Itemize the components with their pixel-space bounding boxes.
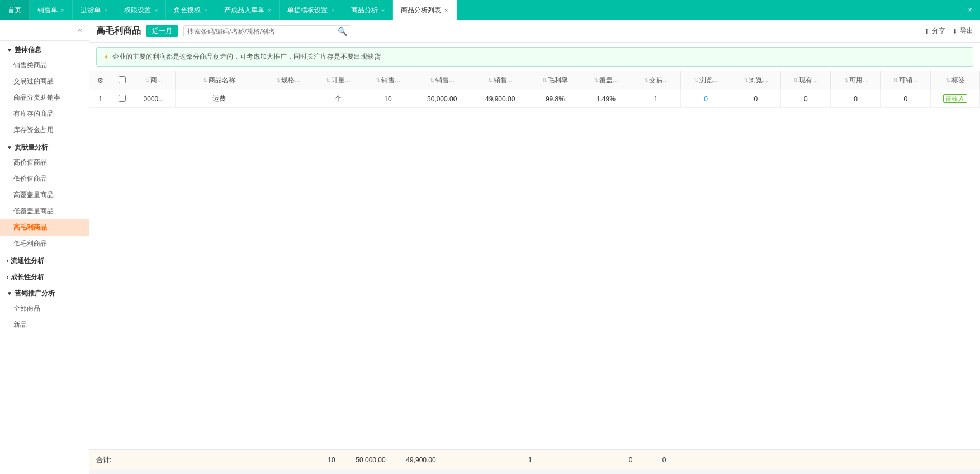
footer-spacer-6 [295, 456, 318, 464]
header-actions: ⬆ 分享 ⬇ 导出 [924, 26, 973, 36]
col-stock-available[interactable]: ⇅可用... [831, 71, 880, 90]
col-margin-rate[interactable]: ⇅毛利率 [529, 71, 581, 90]
col-stock-sellable[interactable]: ⇅可销... [880, 71, 930, 90]
sidebar-collapse-btn[interactable]: « [75, 24, 84, 37]
close-sales-tab[interactable]: × [61, 7, 64, 13]
expand-arrow-liquidity: › [7, 258, 8, 264]
close-template-tab[interactable]: × [331, 7, 334, 13]
sidebar-item-in-stock[interactable]: 有库存的商品 [0, 106, 89, 122]
share-icon: ⬆ [924, 27, 930, 35]
col-settings[interactable]: ⚙ [89, 71, 112, 90]
sidebar-group-contribution[interactable]: ▼ 贡献量分析 [0, 138, 89, 154]
cell-views1[interactable]: 0 [681, 90, 731, 108]
footer-coverage-spacer [480, 456, 513, 464]
share-button[interactable]: ⬆ 分享 [924, 26, 945, 36]
export-button[interactable]: ⬇ 导出 [952, 26, 973, 36]
sidebar-item-traded-goods[interactable]: 交易过的商品 [0, 73, 89, 90]
footer-stock-available: 0 [647, 456, 681, 464]
sidebar-item-low-coverage[interactable]: 低覆盖量商品 [0, 203, 89, 219]
info-star-icon: ✦ [103, 53, 109, 61]
sidebar-item-sales-goods[interactable]: 销售类商品 [0, 57, 89, 73]
expand-arrow-overview: ▼ [7, 47, 12, 53]
footer-stock-current: 0 [614, 456, 647, 464]
sidebar-item-low-value[interactable]: 低价值商品 [0, 171, 89, 187]
select-all-checkbox[interactable] [119, 76, 126, 83]
sidebar-item-category-rate[interactable]: 商品分类助销率 [0, 90, 89, 106]
nav-item-roles[interactable]: 角色授权 × [166, 0, 216, 20]
cell-transactions: 1 [631, 90, 681, 108]
table-row: 1 0000... 运费 个 10 50,000.00 49,900.00 99… [89, 90, 980, 108]
search-input[interactable] [187, 27, 338, 35]
cell-stock-current: 0 [781, 90, 831, 108]
close-product-analysis-list-tab[interactable]: × [444, 7, 448, 13]
col-sales-amt[interactable]: ⇅销售... [413, 71, 471, 90]
close-roles-tab[interactable]: × [204, 7, 207, 13]
nav-item-product-entry[interactable]: 产成品入库单 × [216, 0, 280, 20]
sidebar-group-overview[interactable]: ▼ 整体信息 [0, 41, 89, 57]
close-permissions-tab[interactable]: × [154, 7, 158, 13]
sidebar-item-low-margin[interactable]: 低毛利商品 [0, 236, 89, 252]
cell-code: 0000... [132, 90, 176, 108]
col-stock-current[interactable]: ⇅现有... [781, 71, 831, 90]
footer-spacer-5 [262, 456, 295, 464]
footer-values: 10 50,000.00 49,900.00 1 0 0 [130, 456, 681, 464]
time-filter-button[interactable]: 近一月 [146, 25, 178, 37]
col-transactions[interactable]: ⇅交易... [631, 71, 681, 90]
row-checkbox[interactable] [119, 95, 126, 102]
col-views2[interactable]: ⇅浏览... [731, 71, 780, 90]
cell-spec [263, 90, 313, 108]
cell-index: 1 [89, 90, 112, 108]
col-coverage[interactable]: ⇅覆盖... [581, 71, 631, 90]
footer-spacer-2 [152, 456, 172, 464]
close-purchase-tab[interactable]: × [104, 7, 107, 13]
nav-item-sales[interactable]: 销售单 × [30, 0, 73, 20]
expand-arrow-growth: › [7, 274, 8, 280]
sidebar-item-new-goods[interactable]: 新品 [0, 317, 89, 333]
sidebar-item-high-margin[interactable]: 高毛利商品 [0, 219, 89, 236]
bottom-scrollbar[interactable] [89, 470, 980, 474]
cell-sales-qty: 10 [363, 90, 413, 108]
cell-unit: 个 [313, 90, 363, 108]
close-product-entry-tab[interactable]: × [268, 7, 271, 13]
footer-sales-qty: 10 [318, 456, 345, 464]
nav-item-product-analysis[interactable]: 商品分析 × [343, 0, 393, 20]
sidebar-group-growth[interactable]: › 成长性分析 [0, 268, 89, 284]
sidebar-item-stock-capital[interactable]: 库存资金占用 [0, 122, 89, 138]
footer-margin-spacer [446, 456, 480, 464]
expand-arrow-marketing: ▼ [7, 290, 12, 297]
nav-item-purchase[interactable]: 进货单 × [73, 0, 116, 20]
export-icon: ⬇ [952, 27, 958, 35]
sidebar-group-marketing[interactable]: ▼ 营销推广分析 [0, 284, 89, 301]
sidebar-group-liquidity[interactable]: › 流通性分析 [0, 252, 89, 268]
sidebar-item-high-value[interactable]: 高价值商品 [0, 154, 89, 171]
nav-item-home[interactable]: 首页 [0, 0, 30, 20]
cell-name: 运费 [176, 90, 263, 108]
sidebar: « ▼ 整体信息 销售类商品 交易过的商品 商品分类助销率 有库存的商品 库存资… [0, 20, 89, 474]
col-tag[interactable]: ⇅标签 [931, 71, 980, 90]
col-code[interactable]: ⇅商... [132, 71, 176, 90]
col-sales-cost[interactable]: ⇅销售... [471, 71, 529, 90]
table-header-row: ⚙ ⇅商... ⇅商品名称 ⇅规格... [89, 71, 980, 90]
tag-badge: 高收入 [943, 94, 967, 103]
col-name[interactable]: ⇅商品名称 [176, 71, 263, 90]
products-table: ⚙ ⇅商... ⇅商品名称 ⇅规格... [89, 71, 980, 108]
footer-views1-spacer [547, 456, 580, 464]
sidebar-item-high-coverage[interactable]: 高覆盖量商品 [0, 187, 89, 203]
search-icon[interactable]: 🔍 [338, 27, 347, 36]
close-all-tabs-button[interactable]: × [960, 0, 980, 20]
col-sales-qty[interactable]: ⇅销售... [363, 71, 413, 90]
cell-margin-rate: 99.8% [529, 90, 581, 108]
cell-sales-cost: 49,900.00 [471, 90, 529, 108]
col-checkbox[interactable] [112, 71, 132, 90]
close-product-analysis-tab[interactable]: × [381, 7, 385, 13]
nav-item-product-analysis-list[interactable]: 商品分析列表 × [393, 0, 456, 20]
col-spec[interactable]: ⇅规格... [263, 71, 313, 90]
cell-coverage: 1.49% [581, 90, 631, 108]
table-container[interactable]: ⚙ ⇅商... ⇅商品名称 ⇅规格... [89, 71, 980, 449]
col-views1[interactable]: ⇅浏览... [681, 71, 731, 90]
sidebar-item-all-goods[interactable]: 全部商品 [0, 301, 89, 317]
nav-item-permissions[interactable]: 权限设置 × [116, 0, 166, 20]
col-unit[interactable]: ⇅计量... [313, 71, 363, 90]
nav-item-template[interactable]: 单据模板设置 × [280, 0, 343, 20]
cell-checkbox[interactable] [112, 90, 132, 108]
